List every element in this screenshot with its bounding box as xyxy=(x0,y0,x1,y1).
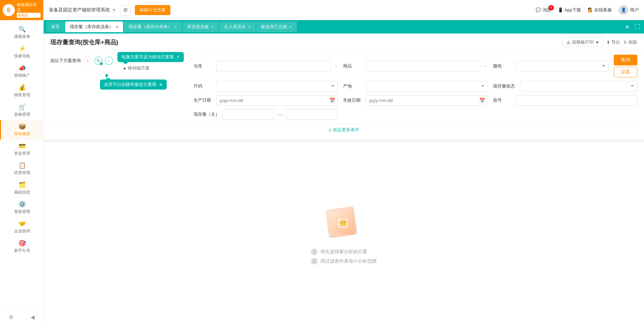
empty-hints: 1 请先选择要分析的方案 2 用过滤条件来缩小分析范围 xyxy=(311,249,377,265)
tooltip-close-btn-1[interactable]: ✕ xyxy=(176,55,180,59)
production-date-input[interactable] xyxy=(216,95,338,106)
tab-close-icon[interactable]: ✕ xyxy=(289,25,292,29)
message-btn[interactable]: 💬 消息 9 xyxy=(536,7,551,13)
sidebar-item-marketing[interactable]: 📣 营销推广 xyxy=(0,62,43,81)
filter-area: 按以下方案查询 + ✎ ← 电脑方案可设为移动方案哦 ✕ xyxy=(44,51,644,140)
expiry-date-wrapper: 📅 xyxy=(366,95,487,106)
sidebar-item-finance[interactable]: 💳 资金管理 xyxy=(0,140,43,159)
sidebar-item-basics[interactable]: 🗂️ 基础信息 xyxy=(0,178,43,198)
user-btn[interactable]: 👤 用户 xyxy=(619,5,639,15)
origin-label: 产地 xyxy=(343,83,363,89)
tab-inventory-status[interactable]: 现存量（库存状况表） ✕ xyxy=(65,21,123,32)
expiry-date-label: 失效日期 xyxy=(343,97,363,103)
search-icon: 🔍 xyxy=(18,25,26,33)
chevron-right-icon: ▶ xyxy=(124,66,126,70)
tab-close-all-btn[interactable]: ✕ xyxy=(624,22,631,32)
finance-icon: 💳 xyxy=(18,142,26,150)
empty-state: 😶 1 请先选择要分析的方案 2 用过滤条件来缩小分析范围 xyxy=(44,142,644,325)
marketing-icon: 📣 xyxy=(18,64,26,72)
topbar-settings-btn[interactable]: ⚙ xyxy=(120,5,131,15)
stock-status-select[interactable] xyxy=(521,81,637,92)
sidebar-item-operations[interactable]: 📋 经营管理 xyxy=(0,159,43,178)
tab-receivable-summary[interactable]: 收发存汇总表 ✕ xyxy=(256,21,297,32)
stock-main-field: 现存量（主） — xyxy=(194,109,338,120)
tab-inventory-dist[interactable]: 现存量（库存分布表） ✕ xyxy=(124,21,182,32)
collapse-sidebar-btn[interactable]: ◀ xyxy=(29,313,36,322)
basics-icon: 🗂️ xyxy=(18,181,26,188)
page-title-row: 现存量查询(按仓库+商品) 🖨 按模板打印 ▼ ⬆ 导出 ↻ 刷新 xyxy=(50,38,637,47)
tabbar: 首页 现存量（库存状况表） ✕ 现存量（库存分布表） ✕ 库存批次账 ✕ 出入库… xyxy=(44,20,644,34)
hint-num-2: 2 xyxy=(311,258,318,265)
tab-in-out-flow[interactable]: 出入库流水 ✕ xyxy=(219,21,256,32)
empty-hint-2: 2 用过滤条件来缩小分析范围 xyxy=(311,258,377,265)
service-icon: 💁 xyxy=(588,7,593,12)
sidebar-item-enterprise[interactable]: 🤝 企业协同 xyxy=(0,217,43,237)
expiry-date-input[interactable] xyxy=(366,95,487,106)
avatar: 👤 xyxy=(619,5,629,15)
expiry-date-field: 失效日期 📅 xyxy=(343,95,487,106)
goods-field: 商品 ··· xyxy=(343,61,487,71)
industry-plan-btn[interactable]: 体验行业方案 xyxy=(135,5,170,15)
tab-close-icon[interactable]: ✕ xyxy=(174,25,177,29)
goods-dots[interactable]: ··· xyxy=(483,63,487,69)
sidebar-item-purchase[interactable]: 🛒 采购管理 xyxy=(0,101,43,120)
sidebar-item-system[interactable]: ⚙️ 系统管理 xyxy=(0,198,43,217)
topbar-right: 💬 消息 9 📱 App下载 💁 在线客服 👤 用户 xyxy=(536,5,639,15)
sidebar-item-guide[interactable]: 🎯 新手引导 xyxy=(0,237,43,256)
stock-min-input[interactable] xyxy=(222,109,274,120)
sales-icon: 💰 xyxy=(18,84,26,91)
search-btn[interactable]: 查询 xyxy=(614,55,637,65)
settings-bottom-btn[interactable]: ⚙ xyxy=(7,313,15,322)
edit-scheme-btn[interactable]: ✎ xyxy=(94,57,102,65)
range-dash: — xyxy=(276,112,284,117)
system-icon: ⚙️ xyxy=(18,201,26,208)
tab-close-icon[interactable]: ✕ xyxy=(248,25,251,29)
print-btn[interactable]: 🖨 按模板打印 ▼ xyxy=(562,38,603,47)
origin-select[interactable] xyxy=(366,81,487,92)
sidebar-item-sales[interactable]: 💰 销售管理 xyxy=(0,81,43,101)
production-date-label: 生产日期 xyxy=(194,97,214,103)
export-btn[interactable]: ⬆ 导出 xyxy=(606,39,620,45)
page-title: 现存量查询(按仓库+商品) xyxy=(50,38,118,46)
sidebar-item-inventory[interactable]: 📦 库存核算 xyxy=(0,120,43,140)
system-name: 装备及固定资产辅助管理系统 ▼ xyxy=(49,7,116,13)
color-select[interactable] xyxy=(516,61,608,71)
refresh-btn[interactable]: ↻ 刷新 xyxy=(624,39,637,45)
arrow-scheme-btn[interactable]: ← xyxy=(105,57,113,65)
tooltip-close-btn-2[interactable]: ✕ xyxy=(159,82,163,87)
add-scheme-btn[interactable]: + xyxy=(84,57,92,65)
guide-icon: 🎯 xyxy=(18,239,26,247)
production-date-field: 生产日期 📅 xyxy=(194,95,338,106)
stock-max-input[interactable] xyxy=(286,109,338,120)
enterprise-icon: 🤝 xyxy=(18,220,26,227)
printer-icon: 🖨 xyxy=(566,40,571,45)
page-content: 现存量查询(按仓库+商品) 🖨 按模板打印 ▼ ⬆ 导出 ↻ 刷新 xyxy=(44,34,644,325)
sidebar-item-search[interactable]: 🔍 搜索菜单 xyxy=(0,23,43,42)
chevron-down-icon: ▼ xyxy=(112,8,116,12)
refresh-icon: ↻ xyxy=(624,40,627,45)
tab-home[interactable]: 首页 xyxy=(46,21,64,32)
sidebar-logo: 6 畅捷通好生意 标准版 xyxy=(0,0,43,20)
scheme-tooltip-2: 这里可以创建和修改方案哦 ✕ xyxy=(100,79,167,90)
tab-close-icon[interactable]: ✕ xyxy=(211,25,214,29)
size-label: 尺码 xyxy=(194,83,214,89)
empty-illustration: 😶 xyxy=(324,203,364,243)
size-select[interactable] xyxy=(216,81,338,92)
sidebar-item-quick-nav[interactable]: ⚡ 快捷导航 xyxy=(0,42,43,62)
tab-maximize-btn[interactable]: ⛶ xyxy=(633,22,641,31)
app-download-btn[interactable]: 📱 App下载 xyxy=(558,7,581,13)
online-service-btn[interactable]: 💁 在线客服 xyxy=(588,7,612,13)
reset-btn[interactable]: 设置 xyxy=(614,67,637,77)
export-icon: ⬆ xyxy=(606,40,610,45)
sidebar-menu: 🔍 搜索菜单 ⚡ 快捷导航 📣 营销推广 💰 销售管理 🛒 采购管理 📦 库存核… xyxy=(0,20,43,309)
message-icon: 💬 xyxy=(536,7,541,12)
collapse-btn[interactable]: ∧ 收起更多条件 xyxy=(50,124,637,136)
scheme-mobile[interactable]: ▶ 移动端方案 xyxy=(121,64,168,72)
batch-input[interactable] xyxy=(516,95,637,106)
phone-icon: 📱 xyxy=(558,7,563,12)
tab-batch-account[interactable]: 库存批次账 ✕ xyxy=(182,21,219,32)
goods-input[interactable] xyxy=(366,61,480,71)
warehouse-dots[interactable]: ··· xyxy=(333,63,338,69)
warehouse-input[interactable] xyxy=(216,61,331,71)
tab-close-icon[interactable]: ✕ xyxy=(115,25,118,29)
